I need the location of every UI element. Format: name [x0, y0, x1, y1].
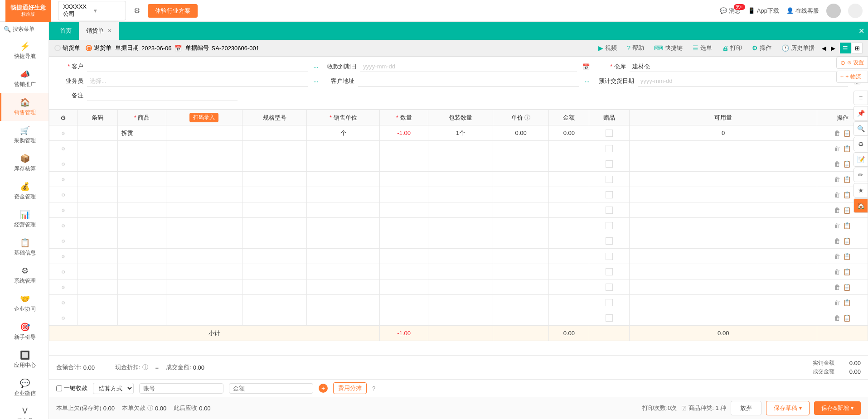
- row-package-qty[interactable]: [428, 202, 493, 218]
- row-gift[interactable]: [589, 295, 630, 310]
- row-quantity[interactable]: [380, 279, 428, 295]
- row-amount[interactable]: [549, 279, 589, 295]
- row-amount[interactable]: [549, 249, 589, 264]
- row-unit[interactable]: [307, 187, 380, 202]
- sidebar-item-purchase[interactable]: 🛒 采购管理: [0, 121, 48, 149]
- row-spec[interactable]: [242, 233, 307, 249]
- rf-btn-1[interactable]: ≡: [853, 91, 868, 105]
- sidebar-search[interactable]: 🔍 搜索菜单: [0, 22, 48, 37]
- settings-icon[interactable]: ⚙: [130, 4, 144, 18]
- row-quantity[interactable]: [380, 295, 428, 310]
- row-copy-icon[interactable]: 📋: [843, 191, 851, 198]
- row-delete-icon[interactable]: 🗑: [834, 176, 840, 183]
- row-barcode[interactable]: [78, 187, 118, 202]
- row-quantity[interactable]: [380, 141, 428, 156]
- row-gift[interactable]: [589, 125, 630, 141]
- row-unit-price[interactable]: [493, 264, 548, 279]
- add-payment-button[interactable]: +: [319, 384, 328, 393]
- row-package-qty[interactable]: [428, 264, 493, 279]
- row-quantity[interactable]: [380, 187, 428, 202]
- view-grid-btn[interactable]: ⊞: [852, 43, 863, 53]
- row-delete-icon[interactable]: 🗑: [834, 222, 840, 229]
- row-delete-icon[interactable]: 🗑: [834, 160, 840, 168]
- shortcut-btn[interactable]: ⌨ 快捷键: [651, 43, 685, 53]
- rf-btn-5[interactable]: 📝: [853, 152, 868, 167]
- sidebar-item-marketing[interactable]: 📣 营销推广: [0, 65, 48, 93]
- row-package-qty[interactable]: [428, 156, 493, 172]
- row-product[interactable]: [118, 187, 166, 202]
- settlement-select[interactable]: 结算方式: [93, 383, 134, 394]
- row-product[interactable]: [118, 310, 166, 326]
- row-unit-price[interactable]: [493, 172, 548, 187]
- expense-split-button[interactable]: 费用分摊: [333, 382, 367, 394]
- row-unit-price[interactable]: [493, 202, 548, 218]
- note-input[interactable]: [87, 90, 238, 101]
- sidebar-item-basics[interactable]: 📋 基础信息: [0, 233, 48, 261]
- row-gift[interactable]: [589, 279, 630, 295]
- row-copy-icon[interactable]: 📋: [843, 253, 851, 260]
- row-unit-price[interactable]: [493, 279, 548, 295]
- row-barcode[interactable]: [78, 156, 118, 172]
- unit-price-info-icon[interactable]: ⓘ: [524, 114, 530, 121]
- tab-bar-close-icon[interactable]: ✕: [858, 27, 864, 35]
- row-amount[interactable]: 0.00: [549, 125, 589, 141]
- row-package-qty[interactable]: 1个: [428, 125, 493, 141]
- abandon-button[interactable]: 放弃: [731, 401, 761, 415]
- col-scan[interactable]: 扫码录入: [166, 110, 242, 125]
- row-barcode[interactable]: [78, 172, 118, 187]
- row-unit[interactable]: 个: [307, 125, 380, 141]
- row-quantity[interactable]: [380, 156, 428, 172]
- row-amount[interactable]: [549, 264, 589, 279]
- row-unit[interactable]: [307, 202, 380, 218]
- row-unit-price[interactable]: [493, 218, 548, 233]
- row-unit[interactable]: [307, 218, 380, 233]
- row-package-qty[interactable]: [428, 279, 493, 295]
- sidebar-item-member[interactable]: V 畅会员: [0, 402, 48, 419]
- row-delete-icon[interactable]: 🗑: [834, 268, 840, 275]
- row-quantity[interactable]: -1.00: [380, 125, 428, 141]
- rf-btn-2[interactable]: 📌: [853, 106, 868, 120]
- col-settings[interactable]: ⚙: [49, 110, 78, 125]
- row-package-qty[interactable]: [428, 141, 493, 156]
- row-delete-icon[interactable]: 🗑: [834, 284, 840, 291]
- row-amount[interactable]: [549, 172, 589, 187]
- amount-input[interactable]: [229, 383, 313, 394]
- customer-input[interactable]: [87, 61, 308, 72]
- sidebar-item-guide[interactable]: 🎯 新手引导: [0, 318, 48, 346]
- row-barcode[interactable]: [78, 202, 118, 218]
- row-unit-price[interactable]: 0.00: [493, 125, 548, 141]
- row-package-qty[interactable]: [428, 310, 493, 326]
- row-spec[interactable]: [242, 172, 307, 187]
- row-delete-icon[interactable]: 🗑: [834, 299, 840, 306]
- row-unit-price[interactable]: [493, 249, 548, 264]
- row-gift[interactable]: [589, 172, 630, 187]
- row-delete-icon[interactable]: 🗑: [834, 253, 840, 260]
- sidebar-item-system[interactable]: ⚙ 系统管理: [0, 261, 48, 289]
- row-spec[interactable]: [242, 264, 307, 279]
- sidebar-item-operation[interactable]: 📊 经营管理: [0, 205, 48, 233]
- due-date-calendar-icon[interactable]: 📅: [582, 63, 590, 70]
- rf-btn-4[interactable]: ♻: [853, 137, 868, 151]
- row-delete-icon[interactable]: 🗑: [834, 237, 840, 245]
- sidebar-item-collab[interactable]: 🤝 企业协同: [0, 289, 48, 318]
- row-delete-icon[interactable]: 🗑: [834, 314, 840, 322]
- row-copy-icon[interactable]: 📋: [843, 268, 851, 275]
- row-product[interactable]: [118, 249, 166, 264]
- row-gift[interactable]: [589, 310, 630, 326]
- sidebar-item-wechat[interactable]: 💬 企业微信: [0, 374, 48, 402]
- expected-date-input[interactable]: [638, 76, 848, 87]
- due-date-input[interactable]: [360, 61, 577, 72]
- row-delete-icon[interactable]: 🗑: [834, 191, 840, 198]
- row-product[interactable]: [118, 233, 166, 249]
- help-btn[interactable]: ? 帮助: [624, 43, 647, 53]
- row-unit-price[interactable]: [493, 141, 548, 156]
- row-unit-price[interactable]: [493, 187, 548, 202]
- row-product[interactable]: [118, 295, 166, 310]
- radio-sale[interactable]: 销货单: [54, 44, 80, 52]
- rf-btn-8[interactable]: 🏠: [853, 198, 868, 213]
- row-unit-price[interactable]: [493, 233, 548, 249]
- row-copy-icon[interactable]: 📋: [843, 299, 851, 306]
- row-package-qty[interactable]: [428, 249, 493, 264]
- row-copy-icon[interactable]: 📋: [843, 222, 851, 229]
- row-package-qty[interactable]: [428, 218, 493, 233]
